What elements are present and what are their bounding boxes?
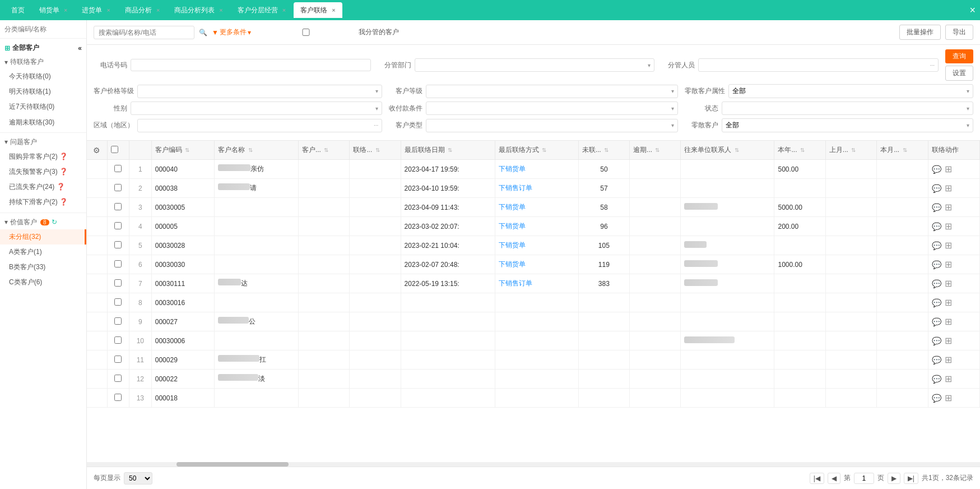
last-method-link[interactable]: 下销货单 bbox=[499, 222, 526, 230]
chat-icon[interactable]: 💬 bbox=[932, 241, 941, 250]
row-checkbox-cell[interactable] bbox=[107, 350, 129, 370]
row-checkbox-cell[interactable] bbox=[107, 389, 129, 408]
row-checkbox-cell[interactable] bbox=[107, 293, 129, 312]
chat-icon[interactable]: 💬 bbox=[932, 356, 941, 365]
sidebar-item-declining[interactable]: 持续下滑客户(2) ❓ bbox=[0, 195, 86, 210]
last-method-link[interactable]: 下销货单 bbox=[499, 260, 526, 268]
zero-cust-select[interactable]: 全部 ▾ bbox=[722, 118, 973, 132]
scrollbar-thumb[interactable] bbox=[177, 462, 289, 467]
zero-attr-select[interactable]: 全部 ▾ bbox=[728, 84, 973, 98]
query-button[interactable]: 查询 bbox=[945, 49, 973, 63]
sidebar-item-tomorrow[interactable]: 明天待联络(1) bbox=[0, 84, 86, 99]
row-checkbox[interactable] bbox=[114, 222, 122, 229]
last-month-col-header[interactable]: 上月... ⇅ bbox=[825, 141, 876, 160]
close-product-analysis[interactable]: × bbox=[156, 7, 160, 13]
row-checkbox-cell[interactable] bbox=[107, 236, 129, 255]
code-col-header[interactable]: 客户编码 ⇅ bbox=[151, 141, 215, 160]
apps-icon[interactable]: ⊞ bbox=[945, 354, 952, 365]
this-year-col-header[interactable]: 本年... ⇅ bbox=[774, 141, 825, 160]
payment-select[interactable]: ▾ bbox=[426, 102, 677, 115]
last-page-button[interactable]: ▶| bbox=[904, 473, 918, 484]
apps-icon[interactable]: ⊞ bbox=[945, 373, 952, 384]
row-checkbox-cell[interactable] bbox=[107, 370, 129, 389]
row-checkbox-cell[interactable] bbox=[107, 274, 129, 293]
all-customers-header[interactable]: ⊞ 全部客户 « bbox=[0, 39, 86, 55]
chat-icon[interactable]: 💬 bbox=[932, 222, 941, 231]
last-method-col-header[interactable]: 最后联络方式 ⇅ bbox=[495, 141, 578, 160]
batch-ops-button[interactable]: 批量操作 bbox=[899, 25, 941, 40]
tab-product-analysis[interactable]: 商品分析 × bbox=[118, 2, 166, 18]
first-page-button[interactable]: |◀ bbox=[810, 473, 824, 484]
select-all-checkbox[interactable] bbox=[111, 146, 118, 153]
sidebar-item-7days[interactable]: 近7天待联络(0) bbox=[0, 99, 86, 114]
refresh-icon[interactable]: ↻ bbox=[52, 218, 57, 226]
apps-icon[interactable]: ⊞ bbox=[945, 240, 952, 251]
row-checkbox-cell[interactable] bbox=[107, 179, 129, 198]
row-checkbox[interactable] bbox=[114, 184, 122, 191]
collapse-icon[interactable]: « bbox=[78, 44, 82, 52]
row-checkbox[interactable] bbox=[114, 260, 122, 267]
apps-icon[interactable]: ⊞ bbox=[945, 221, 952, 232]
dept-select[interactable]: ▾ bbox=[415, 58, 655, 72]
row-checkbox[interactable] bbox=[114, 165, 122, 172]
tab-customer-contact[interactable]: 客户联络 × bbox=[294, 2, 342, 18]
sidebar-group-value[interactable]: ▾ 价值客户 8 ↻ bbox=[0, 215, 86, 229]
apps-icon[interactable]: ⊞ bbox=[945, 393, 952, 403]
close-purchase-order[interactable]: × bbox=[106, 7, 110, 13]
chat-icon[interactable]: 💬 bbox=[932, 394, 941, 403]
reset-button[interactable]: 设置 bbox=[945, 66, 973, 81]
export-button[interactable]: 导出 bbox=[945, 25, 973, 40]
name-col-header[interactable]: 客户名称 ⇅ bbox=[215, 141, 299, 160]
category-search-input[interactable] bbox=[4, 25, 87, 33]
my-customers-check[interactable] bbox=[256, 29, 356, 36]
sidebar-item-churned[interactable]: 已流失客户(24) ❓ bbox=[0, 179, 86, 195]
sidebar-item-churn-warning[interactable]: 流失预警客户(3) ❓ bbox=[0, 164, 86, 179]
sidebar-item-classA[interactable]: A类客户(1) bbox=[0, 245, 86, 260]
close-customer-contact[interactable]: × bbox=[332, 7, 335, 13]
row-checkbox-cell[interactable] bbox=[107, 160, 129, 179]
last-method-link[interactable]: 下销货单 bbox=[499, 165, 526, 173]
sidebar-item-classC[interactable]: C类客户(6) bbox=[0, 275, 86, 290]
apps-icon[interactable]: ⊞ bbox=[945, 202, 952, 213]
apps-icon[interactable]: ⊞ bbox=[945, 278, 952, 289]
checkbox-col-header[interactable] bbox=[107, 141, 129, 160]
sidebar-item-unclassified[interactable]: 未分组(32) bbox=[0, 229, 86, 245]
apps-icon[interactable]: ⊞ bbox=[945, 259, 952, 270]
type-col-header[interactable]: 客户... ⇅ bbox=[298, 141, 349, 160]
tab-home[interactable]: 首页 bbox=[4, 2, 31, 18]
row-checkbox[interactable] bbox=[114, 375, 122, 382]
gender-select[interactable]: ▾ bbox=[131, 102, 382, 115]
contact-col-header[interactable]: 联络... ⇅ bbox=[350, 141, 401, 160]
sidebar-item-overdue[interactable]: 逾期未联络(30) bbox=[0, 115, 86, 130]
region-select[interactable]: ··· bbox=[137, 119, 382, 132]
filter-search-icon[interactable]: 🔍 bbox=[199, 29, 207, 36]
row-checkbox-cell[interactable] bbox=[107, 255, 129, 274]
sidebar-group-pending[interactable]: ▾ 待联络客户 bbox=[0, 55, 86, 69]
last-method-link[interactable]: 下销货单 bbox=[499, 241, 526, 249]
not-contacted-col-header[interactable]: 未联... ⇅ bbox=[578, 141, 629, 160]
per-page-select[interactable]: 50 100 200 bbox=[124, 472, 152, 485]
this-month-col-header[interactable]: 本月... ⇅ bbox=[877, 141, 928, 160]
search-input[interactable] bbox=[94, 26, 194, 39]
row-checkbox[interactable] bbox=[114, 298, 122, 306]
row-checkbox[interactable] bbox=[114, 336, 122, 344]
row-checkbox[interactable] bbox=[114, 279, 122, 287]
apps-icon[interactable]: ⊞ bbox=[945, 316, 952, 327]
settings-col-header[interactable]: ⚙ bbox=[87, 141, 107, 160]
apps-icon[interactable]: ⊞ bbox=[945, 297, 952, 308]
person-select[interactable]: ··· bbox=[698, 58, 939, 72]
price-level-select[interactable]: ▾ bbox=[137, 85, 382, 98]
row-checkbox[interactable] bbox=[114, 241, 122, 248]
settings-icon[interactable]: ⚙ bbox=[93, 146, 100, 155]
close-product-list[interactable]: × bbox=[219, 7, 222, 13]
chat-icon[interactable]: 💬 bbox=[932, 203, 941, 212]
close-customer-segment[interactable]: × bbox=[282, 7, 286, 13]
close-sales-order[interactable]: × bbox=[64, 7, 67, 13]
page-number-input[interactable] bbox=[854, 473, 874, 484]
row-checkbox-cell[interactable] bbox=[107, 198, 129, 217]
tab-sales-order[interactable]: 销货单 × bbox=[32, 2, 74, 18]
sidebar-item-hoard-abnormal[interactable]: 囤购异常客户(2) ❓ bbox=[0, 149, 86, 164]
prev-page-button[interactable]: ◀ bbox=[828, 473, 840, 484]
row-checkbox-cell[interactable] bbox=[107, 217, 129, 236]
apps-icon[interactable]: ⊞ bbox=[945, 335, 952, 346]
